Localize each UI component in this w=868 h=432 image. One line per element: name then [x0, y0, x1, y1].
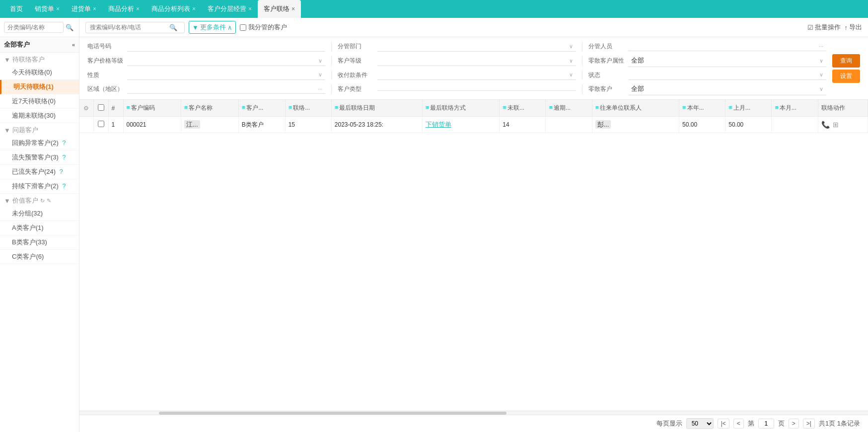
nav-customer-stratification[interactable]: 客户分层经营 × — [202, 0, 258, 18]
per-page-select[interactable]: 50 100 200 — [686, 418, 714, 429]
table-footer: 每页显示 50 100 200 |< < 第 页 > >| 共1页 1条记录 — [79, 415, 868, 432]
sidebar-item-churned[interactable]: 已流失客户(24) ? — [0, 165, 79, 179]
problem-arrow-icon: ▼ — [4, 127, 10, 134]
phone-input[interactable] — [127, 41, 325, 52]
table-row: 1 000021 江... B类客户 15 2023-05-23 18:25: … — [79, 117, 868, 133]
first-page-button[interactable]: |< — [718, 419, 729, 429]
customer-level-select[interactable]: ∨ — [377, 56, 576, 66]
horizontal-scrollbar[interactable] — [79, 411, 868, 415]
sidebar-item-ungrouped[interactable]: 未分组(32) — [0, 207, 79, 221]
col-contact[interactable]: ≡联络... — [285, 100, 331, 117]
contact-phone-icon[interactable]: 📞 — [821, 121, 830, 129]
sidebar-item-tomorrow-contact[interactable]: 明天待联络(1) — [0, 80, 79, 94]
sidebar-all-customers[interactable]: 全部客户 « — [0, 37, 79, 53]
close-purchase-order-icon[interactable]: × — [93, 5, 96, 12]
sidebar-group-problem[interactable]: ▼ 问题客户 — [0, 123, 79, 136]
value-edit-icon[interactable]: ✎ — [47, 198, 51, 204]
nav-product-analysis[interactable]: 商品分析 × — [102, 0, 145, 18]
row-select-checkbox[interactable] — [98, 121, 104, 127]
sidebar-search-icon[interactable]: 🔍 — [66, 24, 73, 31]
prev-page-button[interactable]: < — [733, 419, 744, 429]
sidebar-item-today-contact[interactable]: 今天待联络(0) — [0, 66, 79, 80]
my-customers-check[interactable] — [240, 24, 246, 31]
col-uncontacted[interactable]: ≡未联... — [500, 100, 546, 117]
sidebar-item-overdue-contact[interactable]: 逾期未联络(30) — [0, 109, 79, 123]
query-button[interactable]: 查询 — [832, 54, 860, 68]
col-overdue[interactable]: ≡逾期... — [546, 100, 592, 117]
col-customer-name[interactable]: ≡客户名称 — [181, 100, 238, 117]
last-page-button[interactable]: >| — [803, 419, 815, 429]
sidebar-item-class-b[interactable]: B类客户(33) — [0, 235, 79, 250]
filter-actions: 查询 设置 — [832, 41, 860, 95]
data-table-container: ⚙ # ≡客户编码 ≡客户名称 ≡客户... ≡联络.. — [79, 100, 868, 411]
row-last-contact-method[interactable]: 下销货单 — [422, 117, 500, 133]
sidebar-search-input[interactable] — [4, 22, 64, 33]
customer-type-select[interactable] — [377, 87, 576, 91]
nature-select[interactable]: ∨ — [127, 70, 325, 80]
sidebar-item-churn-warning[interactable]: 流失预警客户(3) ? — [0, 150, 79, 165]
nav-customer-contact[interactable]: 客户联络 × — [258, 0, 301, 18]
row-this-year: 50.00 — [679, 117, 725, 133]
col-last-contact-method[interactable]: ≡最后联络方式 — [422, 100, 500, 117]
row-customer-code[interactable]: 000021 — [123, 117, 181, 133]
manager-select[interactable]: ··· — [628, 42, 826, 51]
next-page-button[interactable]: > — [789, 419, 799, 429]
sidebar-item-class-c[interactable]: C类客户(6) — [0, 250, 79, 264]
my-customers-checkbox[interactable]: 我分管的客户 — [240, 23, 287, 32]
divider7 — [331, 84, 332, 94]
col-last-contact-date[interactable]: ≡最后联络日期 — [331, 100, 422, 117]
row-contact-action[interactable]: 📞 ⊞ — [818, 117, 868, 133]
nav-purchase-order[interactable]: 进货单 × — [66, 0, 102, 18]
sidebar-item-week-contact[interactable]: 近7天待联络(0) — [0, 94, 79, 109]
export-button[interactable]: ↑ 导出 — [845, 23, 863, 32]
col-checkbox[interactable] — [93, 100, 108, 117]
filter-dept: 分管部门 ∨ — [338, 42, 576, 52]
col-settings[interactable]: ⚙ — [79, 100, 93, 117]
region-select[interactable]: ··· — [127, 84, 325, 94]
sidebar-group-pending[interactable]: ▼ 待联络客户 — [0, 53, 79, 66]
sidebar-item-class-a[interactable]: A类客户(1) — [0, 221, 79, 235]
nav-product-analysis-list[interactable]: 商品分析列表 × — [145, 0, 202, 18]
nav-home[interactable]: 首页 — [4, 0, 29, 18]
close-customer-contact-icon[interactable]: × — [291, 5, 295, 12]
retail-select[interactable]: 全部 ∨ — [628, 83, 826, 95]
price-level-select[interactable]: ∨ — [127, 56, 325, 66]
col-this-month[interactable]: ≡本月... — [772, 100, 818, 117]
nav-sales-order[interactable]: 销货单 × — [29, 0, 66, 18]
scrollbar-thumb[interactable] — [159, 412, 506, 415]
retail-attr-select[interactable]: 全部 ∨ — [628, 55, 826, 67]
per-page-label: 每页显示 — [656, 419, 682, 428]
search-icon[interactable]: 🔍 — [169, 24, 177, 31]
col-customer-code[interactable]: ≡客户编码 — [123, 100, 181, 117]
search-input[interactable] — [90, 24, 169, 31]
filter-button[interactable]: ▼ 更多条件 ∧ — [189, 21, 236, 34]
row-checkbox[interactable] — [93, 117, 108, 133]
customer-level-label: 客户等级 — [338, 57, 377, 65]
dept-select[interactable]: ∨ — [377, 42, 576, 52]
col-last-month[interactable]: ≡上月... — [725, 100, 772, 117]
payment-select[interactable]: ∨ — [377, 70, 576, 80]
close-product-analysis-icon[interactable]: × — [136, 5, 140, 12]
col-unit-contact[interactable]: ≡往来单位联系人 — [592, 100, 679, 117]
sidebar-item-repurchase-abnormal[interactable]: 回购异常客户(2) ? — [0, 136, 79, 150]
bulk-ops-button[interactable]: ☑ 批量操作 — [807, 23, 841, 32]
sort-icon11: ≡ — [728, 104, 732, 111]
close-customer-stratification-icon[interactable]: × — [248, 5, 252, 12]
pending-arrow-icon: ▼ — [4, 56, 10, 64]
close-sales-order-icon[interactable]: × — [56, 5, 60, 12]
close-product-analysis-list-icon[interactable]: × — [192, 5, 196, 12]
sidebar-item-declining[interactable]: 持续下滑客户(2) ? — [0, 179, 79, 194]
contact-grid-icon[interactable]: ⊞ — [833, 121, 839, 129]
reset-button[interactable]: 设置 — [832, 70, 860, 83]
select-all-checkbox[interactable] — [98, 104, 104, 111]
value-refresh-icon[interactable]: ↻ — [40, 198, 45, 204]
status-select[interactable]: ∨ — [628, 70, 826, 80]
page-input[interactable] — [758, 419, 774, 429]
last-contact-link[interactable]: 下销货单 — [426, 121, 451, 128]
retail-attr-chevron-icon: ∨ — [819, 58, 823, 64]
col-this-year[interactable]: ≡本年... — [679, 100, 725, 117]
row-customer-name[interactable]: 江... — [181, 117, 238, 133]
col-customer-type[interactable]: ≡客户... — [238, 100, 285, 117]
filter-chevron-icon: ∧ — [227, 24, 232, 31]
sidebar-group-value[interactable]: ▼ 价值客户 ↻ ✎ — [0, 194, 79, 207]
